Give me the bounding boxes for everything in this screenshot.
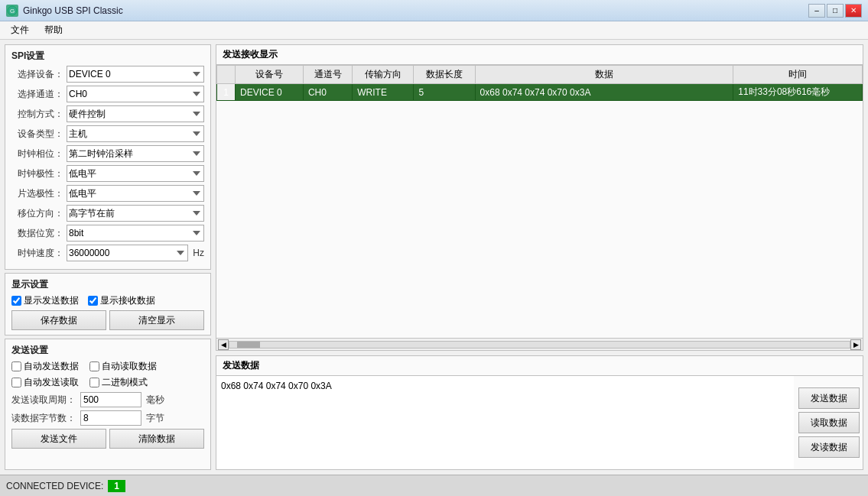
spi-section-title: SPI设置 — [11, 50, 204, 63]
svg-text:G: G — [10, 8, 15, 15]
show-send-label: 显示发送数据 — [24, 294, 79, 307]
menu-help[interactable]: 帮助 — [37, 22, 70, 38]
clear-display-button[interactable]: 清空显示 — [109, 310, 204, 330]
clock-phase-label: 时钟相位： — [11, 148, 63, 160]
device-label: 选择设备： — [11, 68, 63, 81]
clear-data-button[interactable]: 清除数据 — [109, 429, 204, 449]
scroll-left-button[interactable]: ◀ — [218, 339, 229, 350]
shift-dir-select[interactable]: 高字节在前 — [67, 205, 204, 222]
period-input[interactable]: 500 — [80, 392, 141, 407]
title-bar-left: G Ginkgo USB SPI Classic — [6, 5, 123, 17]
device-row: 选择设备： DEVICE 0 — [11, 66, 204, 83]
clock-speed-row: 时钟速度： 36000000 Hz — [11, 245, 204, 261]
period-row: 发送读取周期： 500 毫秒 — [11, 392, 204, 407]
binary-mode-item[interactable]: 二进制模式 — [89, 376, 148, 389]
show-receive-checkbox[interactable] — [88, 296, 98, 306]
col-time: 时间 — [733, 66, 863, 84]
bytes-label: 读数据字节数： — [11, 412, 76, 425]
auto-send-item[interactable]: 自动发送数据 — [11, 360, 79, 373]
send-data-button[interactable]: 发送数据 — [798, 387, 860, 409]
binary-mode-label: 二进制模式 — [102, 376, 148, 389]
bytes-row: 读数据字节数： 8 字节 — [11, 410, 204, 426]
shift-dir-row: 移位方向： 高字节在前 — [11, 205, 204, 222]
send-data-buttons: 发送数据 读取数据 发读数据 — [794, 376, 863, 469]
app-icon: G — [6, 5, 18, 17]
cs-polarity-select[interactable]: 低电平 — [67, 185, 204, 202]
auto-read-checkbox[interactable] — [89, 361, 99, 371]
clock-speed-label: 时钟速度： — [11, 247, 63, 260]
clock-phase-row: 时钟相位： 第二时钟沿采样 — [11, 145, 204, 162]
send-data-textarea[interactable] — [216, 376, 794, 469]
binary-mode-checkbox[interactable] — [89, 378, 99, 387]
data-width-row: 数据位宽： 8bit — [11, 225, 204, 242]
auto-send-read-item[interactable]: 自动发送读取 — [11, 376, 79, 389]
send-read-button[interactable]: 发读数据 — [798, 436, 860, 458]
clock-speed-select[interactable]: 36000000 — [67, 245, 188, 261]
scroll-right-button[interactable]: ▶ — [850, 339, 861, 350]
receive-section-title: 发送接收显示 — [216, 45, 863, 65]
control-label: 控制方式： — [11, 108, 63, 121]
display-settings-section: 显示设置 显示发送数据 显示接收数据 保存数据 清空显示 — [5, 273, 211, 336]
connected-badge: 1 — [108, 480, 125, 492]
col-device: 设备号 — [236, 66, 304, 84]
scrollbar-thumb[interactable] — [237, 342, 260, 348]
period-label: 发送读取周期： — [11, 394, 76, 407]
auto-send-checkbox[interactable] — [11, 361, 21, 371]
save-data-button[interactable]: 保存数据 — [11, 310, 106, 330]
scrollbar-track[interactable] — [229, 341, 850, 348]
data-width-select[interactable]: 8bit — [67, 225, 204, 242]
horizontal-scrollbar[interactable]: ◀ ▶ — [216, 338, 863, 350]
read-data-button[interactable]: 读取数据 — [798, 412, 860, 433]
receive-table-container[interactable]: 设备号 通道号 传输方向 数据长度 数据 时间 1DEVICE 0CH0WRIT… — [216, 65, 863, 338]
send-section: 发送数据 发送数据 读取数据 发读数据 — [216, 355, 863, 470]
channel-label: 选择通道： — [11, 88, 63, 101]
device-type-select[interactable]: 主机 — [67, 125, 204, 142]
menu-bar: 文件 帮助 — [0, 21, 868, 40]
device-select[interactable]: DEVICE 0 — [67, 66, 204, 83]
channel-row: 选择通道： CH0 — [11, 86, 204, 102]
table-row: 1DEVICE 0CH0WRITE50x68 0x74 0x74 0x70 0x… — [217, 84, 863, 101]
send-bottom-btn-row: 发送文件 清除数据 — [11, 429, 204, 449]
status-bar: CONNECTED DEVICE: 1 — [0, 475, 868, 496]
window-controls: – □ ✕ — [808, 4, 862, 18]
send-data-area: 发送数据 读取数据 发读数据 — [216, 376, 863, 469]
right-panel: 发送接收显示 设备号 通道号 传输方向 数据长度 数据 时间 — [216, 44, 863, 470]
show-send-checkbox-item[interactable]: 显示发送数据 — [11, 294, 79, 307]
bytes-unit: 字节 — [146, 412, 164, 425]
auto-send-read-label: 自动发送读取 — [24, 376, 79, 389]
clock-polarity-label: 时钟极性： — [11, 167, 63, 180]
auto-send-read-row: 自动发送读取 二进制模式 — [11, 376, 204, 389]
maximize-button[interactable]: □ — [827, 4, 844, 18]
show-receive-checkbox-item[interactable]: 显示接收数据 — [88, 294, 155, 307]
col-direction: 传输方向 — [353, 66, 414, 84]
connected-label: CONNECTED DEVICE: — [6, 481, 103, 491]
receive-table: 设备号 通道号 传输方向 数据长度 数据 时间 1DEVICE 0CH0WRIT… — [216, 65, 863, 101]
title-bar: G Ginkgo USB SPI Classic – □ ✕ — [0, 0, 868, 21]
main-content: SPI设置 选择设备： DEVICE 0 选择通道： CH0 控制方式： 硬件控… — [0, 40, 868, 475]
device-type-row: 设备类型： 主机 — [11, 125, 204, 142]
auto-read-label: 自动读取数据 — [102, 360, 157, 373]
menu-file[interactable]: 文件 — [3, 22, 37, 38]
auto-read-item[interactable]: 自动读取数据 — [89, 360, 157, 373]
left-panel: SPI设置 选择设备： DEVICE 0 选择通道： CH0 控制方式： 硬件控… — [5, 44, 211, 470]
window-title: Ginkgo USB SPI Classic — [23, 5, 123, 16]
channel-select[interactable]: CH0 — [67, 86, 204, 102]
auto-send-read-checkbox[interactable] — [11, 378, 21, 387]
data-width-label: 数据位宽： — [11, 227, 63, 240]
control-select[interactable]: 硬件控制 — [67, 105, 204, 122]
clock-polarity-select[interactable]: 低电平 — [67, 165, 204, 182]
send-file-button[interactable]: 发送文件 — [11, 429, 106, 449]
bytes-input[interactable]: 8 — [80, 410, 141, 426]
show-send-checkbox[interactable] — [11, 296, 21, 306]
cs-polarity-row: 片选极性： 低电平 — [11, 185, 204, 202]
clock-phase-select[interactable]: 第二时钟沿采样 — [67, 145, 204, 162]
control-row: 控制方式： 硬件控制 — [11, 105, 204, 122]
close-button[interactable]: ✕ — [845, 4, 862, 18]
spi-settings-section: SPI设置 选择设备： DEVICE 0 选择通道： CH0 控制方式： 硬件控… — [5, 44, 211, 270]
display-btn-row: 保存数据 清空显示 — [11, 310, 204, 330]
send-settings-section: 发送设置 自动发送数据 自动读取数据 自动发送读取 二进制模式 — [5, 339, 211, 470]
clock-polarity-row: 时钟极性： 低电平 — [11, 165, 204, 182]
period-unit: 毫秒 — [146, 394, 164, 407]
col-index — [217, 66, 236, 84]
minimize-button[interactable]: – — [808, 4, 825, 18]
